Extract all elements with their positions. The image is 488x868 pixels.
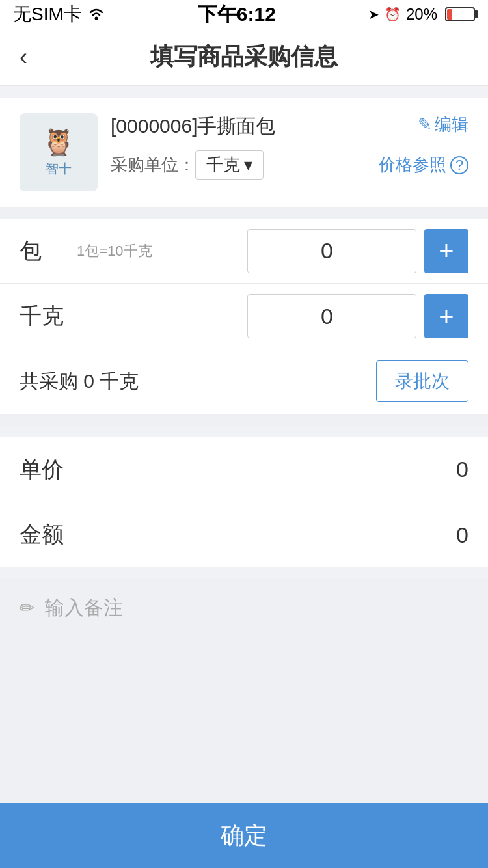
svg-point-0 bbox=[94, 17, 98, 20]
product-logo-text: 智十 bbox=[46, 160, 72, 178]
bag-sublabel: 1包=10千克 bbox=[77, 241, 152, 261]
bag-input-row: 包 1包=10千克 + bbox=[0, 219, 488, 284]
bag-plus-button[interactable]: + bbox=[424, 229, 468, 273]
status-time: 下午6:12 bbox=[198, 1, 276, 28]
dropdown-icon: ▾ bbox=[244, 155, 252, 175]
price-ref-button[interactable]: 价格参照 ? bbox=[379, 154, 468, 176]
product-card: 🦉 智十 [0000006]手撕面包 ✎ 编辑 采购单位： 千克 ▾ 价格参照 … bbox=[0, 98, 488, 207]
confirm-button[interactable]: 确定 bbox=[0, 803, 488, 868]
pencil-icon: ✏ bbox=[20, 597, 34, 619]
kg-label: 千克 bbox=[20, 301, 72, 331]
summary-row: 共采购 0 千克 录批次 bbox=[0, 349, 488, 414]
no-sim-text: 无SIM卡 bbox=[13, 2, 82, 27]
status-left: 无SIM卡 bbox=[13, 2, 105, 27]
unit-value: 千克 bbox=[206, 154, 240, 176]
amount-value: 0 bbox=[456, 522, 468, 548]
unit-price-value: 0 bbox=[456, 457, 468, 482]
back-button[interactable]: ‹ bbox=[0, 44, 47, 71]
bag-label: 包 bbox=[20, 236, 72, 266]
kg-quantity-input[interactable] bbox=[247, 294, 416, 338]
summary-text: 共采购 0 千克 bbox=[20, 368, 376, 395]
product-thumbnail: 🦉 智十 bbox=[20, 113, 98, 191]
product-name: [0000006]手撕面包 bbox=[111, 113, 418, 140]
page-title: 填写商品采购信息 bbox=[150, 41, 338, 73]
bag-quantity-input[interactable] bbox=[247, 229, 416, 273]
amount-label: 金额 bbox=[20, 520, 456, 550]
price-ref-help-icon: ? bbox=[450, 156, 468, 174]
wifi-icon bbox=[87, 4, 105, 25]
price-section: 单价 0 金额 0 bbox=[0, 437, 488, 567]
quantity-section: 包 1包=10千克 + 千克 + bbox=[0, 219, 488, 349]
location-icon: ➤ bbox=[368, 7, 379, 22]
unit-price-label: 单价 bbox=[20, 455, 456, 485]
nav-bar: ‹ 填写商品采购信息 bbox=[0, 29, 488, 86]
batch-button[interactable]: 录批次 bbox=[376, 360, 468, 402]
section-divider-1 bbox=[0, 207, 488, 219]
product-logo-icon: 🦉 bbox=[42, 127, 75, 157]
amount-row: 金额 0 bbox=[0, 502, 488, 567]
edit-button[interactable]: ✎ 编辑 bbox=[418, 113, 468, 136]
status-right: ➤ ⏰ 20% bbox=[368, 5, 475, 23]
unit-price-row: 单价 0 bbox=[0, 437, 488, 502]
notes-section[interactable]: ✏ 输入备注 bbox=[0, 579, 488, 637]
status-bar: 无SIM卡 下午6:12 ➤ ⏰ 20% bbox=[0, 0, 488, 29]
price-ref-label: 价格参照 bbox=[379, 154, 446, 176]
battery-percent: 20% bbox=[406, 5, 437, 23]
kg-plus-button[interactable]: + bbox=[424, 294, 468, 338]
unit-select[interactable]: 千克 ▾ bbox=[195, 150, 264, 180]
battery-icon bbox=[445, 7, 475, 21]
unit-label: 采购单位： bbox=[111, 154, 195, 176]
product-info: [0000006]手撕面包 ✎ 编辑 采购单位： 千克 ▾ 价格参照 ? bbox=[111, 113, 468, 180]
edit-icon: ✎ bbox=[418, 115, 432, 135]
section-divider-2 bbox=[0, 414, 488, 426]
notes-placeholder: 输入备注 bbox=[45, 595, 123, 621]
kg-input-row: 千克 + bbox=[0, 284, 488, 349]
alarm-icon: ⏰ bbox=[385, 7, 401, 22]
